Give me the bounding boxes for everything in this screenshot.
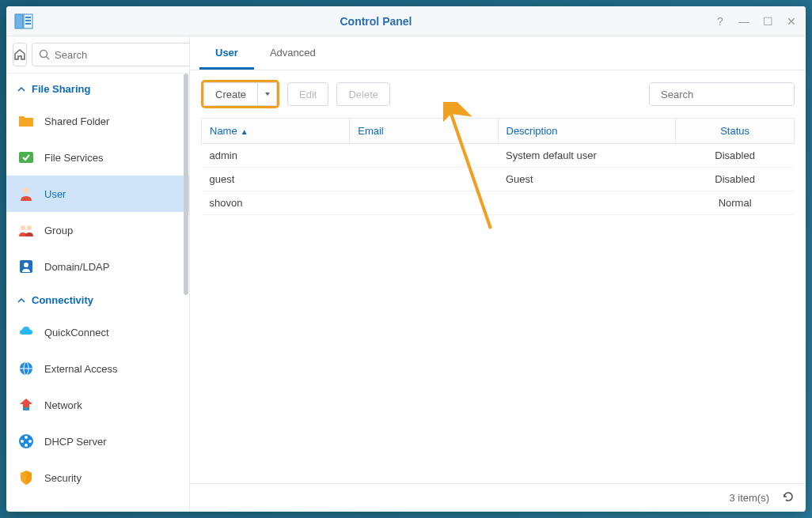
svg-point-5 xyxy=(40,51,47,58)
main-panel: User Advanced Create Edit Delete xyxy=(190,36,806,512)
titlebar: Control Panel ? — ☐ ✕ xyxy=(6,6,806,36)
dhcp-icon xyxy=(17,433,35,450)
cell-email xyxy=(350,191,498,215)
sidebar-item-group[interactable]: Group xyxy=(6,212,189,248)
svg-rect-2 xyxy=(25,17,31,18)
search-icon xyxy=(39,49,50,60)
table-row[interactable]: guestGuestDisabled xyxy=(202,168,795,191)
sidebar-item-shared-folder[interactable]: Shared Folder xyxy=(6,103,189,139)
filter-search[interactable] xyxy=(649,82,795,106)
cell-email xyxy=(350,168,498,191)
sidebar-item-label: Network xyxy=(44,399,82,411)
toolbar: Create Edit Delete xyxy=(190,70,806,118)
cell-status: Disabled xyxy=(676,144,795,168)
svg-rect-0 xyxy=(15,14,23,28)
cell-description xyxy=(498,191,676,215)
footer: 3 item(s) xyxy=(190,483,806,512)
svg-rect-7 xyxy=(19,152,33,163)
cell-email xyxy=(350,144,498,168)
scrollbar[interactable] xyxy=(184,74,188,295)
delete-button[interactable]: Delete xyxy=(336,82,390,106)
svg-point-8 xyxy=(23,187,29,194)
sidebar-item-user[interactable]: User xyxy=(6,176,189,212)
sidebar-item-label: External Access xyxy=(44,363,118,375)
sidebar-search[interactable] xyxy=(32,43,190,66)
sidebar-item-label: Group xyxy=(44,225,73,236)
cell-description: Guest xyxy=(498,168,676,191)
sidebar-item-domain-ldap[interactable]: Domain/LDAP xyxy=(6,248,189,285)
section-connectivity[interactable]: Connectivity xyxy=(6,285,189,314)
help-icon[interactable]: ? xyxy=(714,15,727,28)
cell-name: guest xyxy=(202,168,350,191)
section-file-sharing[interactable]: File Sharing xyxy=(6,74,189,103)
svg-line-6 xyxy=(47,57,50,60)
close-icon[interactable]: ✕ xyxy=(785,15,798,28)
sidebar-item-quickconnect[interactable]: QuickConnect xyxy=(6,314,189,350)
svg-point-21 xyxy=(25,444,28,447)
svg-rect-4 xyxy=(25,23,31,25)
sidebar-search-input[interactable] xyxy=(55,49,188,61)
cell-name: admin xyxy=(202,144,350,168)
tabs: User Advanced xyxy=(190,36,806,70)
col-email[interactable]: Email xyxy=(350,119,498,144)
quickconnect-icon xyxy=(17,323,35,341)
item-count: 3 item(s) xyxy=(729,492,769,504)
svg-point-10 xyxy=(27,225,32,230)
user-icon xyxy=(17,185,35,202)
home-icon xyxy=(13,48,26,61)
globe-icon xyxy=(17,360,35,377)
sort-asc-icon: ▲ xyxy=(241,127,249,136)
sidebar-item-label: Domain/LDAP xyxy=(44,261,109,273)
svg-point-20 xyxy=(28,440,32,443)
table-header-row: Name▲ Email Description Status xyxy=(202,119,795,144)
table-row[interactable]: adminSystem default userDisabled xyxy=(202,144,795,168)
cell-status: Disabled xyxy=(676,168,795,191)
refresh-button[interactable] xyxy=(782,490,795,505)
minimize-icon[interactable]: — xyxy=(738,15,750,28)
refresh-icon xyxy=(782,490,795,503)
table-row[interactable]: shovonNormal xyxy=(202,191,795,215)
svg-point-9 xyxy=(21,225,25,230)
sidebar-top xyxy=(6,36,189,74)
svg-rect-3 xyxy=(25,20,31,21)
create-button-highlight: Create xyxy=(201,80,279,108)
sidebar-item-security[interactable]: Security xyxy=(6,459,189,496)
col-name[interactable]: Name▲ xyxy=(202,119,350,144)
create-dropdown-button[interactable] xyxy=(258,82,277,106)
caret-down-icon xyxy=(264,91,271,97)
svg-point-18 xyxy=(21,440,24,443)
sidebar-item-network[interactable]: Network xyxy=(6,387,189,423)
create-button[interactable]: Create xyxy=(203,82,258,106)
user-table: Name▲ Email Description Status adminSyst… xyxy=(201,118,795,215)
control-panel-window: Control Panel ? — ☐ ✕ xyxy=(6,6,806,512)
chevron-up-icon xyxy=(17,297,25,304)
section-label: File Sharing xyxy=(32,83,90,95)
svg-rect-16 xyxy=(23,407,29,410)
group-icon xyxy=(17,221,35,239)
col-status[interactable]: Status xyxy=(676,119,795,144)
app-icon xyxy=(14,13,33,29)
tab-user[interactable]: User xyxy=(199,36,254,70)
sidebar-item-label: File Services xyxy=(44,152,103,164)
sidebar-item-label: QuickConnect xyxy=(44,327,109,338)
table-wrap: Name▲ Email Description Status adminSyst… xyxy=(190,118,806,483)
sidebar-item-external-access[interactable]: External Access xyxy=(6,350,189,387)
window-controls: ? — ☐ ✕ xyxy=(714,15,798,28)
main-area: Create Edit Delete xyxy=(190,70,806,512)
folder-icon xyxy=(17,112,35,130)
domain-icon xyxy=(17,258,35,275)
file-services-icon xyxy=(17,149,35,166)
edit-button[interactable]: Edit xyxy=(287,82,328,106)
filter-search-input[interactable] xyxy=(661,89,794,100)
sidebar-item-label: User xyxy=(44,188,66,200)
cell-status: Normal xyxy=(676,191,795,215)
svg-point-19 xyxy=(25,436,28,439)
tab-advanced[interactable]: Advanced xyxy=(254,36,332,70)
col-description[interactable]: Description xyxy=(498,119,676,144)
maximize-icon[interactable]: ☐ xyxy=(761,15,774,28)
home-button[interactable] xyxy=(13,43,27,66)
sidebar-item-label: Security xyxy=(44,472,82,484)
sidebar-item-dhcp-server[interactable]: DHCP Server xyxy=(6,423,189,459)
sidebar-item-file-services[interactable]: File Services xyxy=(6,139,189,176)
sidebar-item-label: DHCP Server xyxy=(44,436,107,448)
